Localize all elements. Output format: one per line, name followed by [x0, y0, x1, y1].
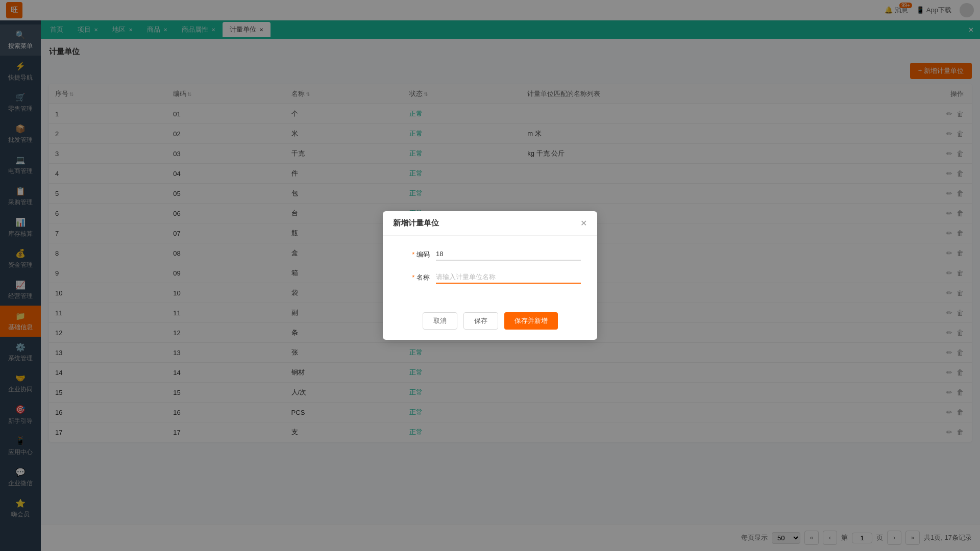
cancel-button[interactable]: 取消: [423, 312, 457, 330]
name-required-mark: *: [412, 273, 414, 281]
modal-body: * 编码 * 名称: [383, 236, 597, 306]
add-unit-modal: 新增计量单位 ✕ * 编码 * 名称 取消 保存 保存并新增: [383, 211, 597, 340]
modal-footer: 取消 保存 保存并新增: [383, 306, 597, 340]
save-and-new-button[interactable]: 保存并新增: [504, 312, 558, 330]
code-input[interactable]: [436, 248, 581, 261]
name-input[interactable]: [436, 271, 581, 284]
name-label: * 名称: [399, 273, 430, 282]
modal-title: 新增计量单位: [393, 218, 439, 228]
save-button[interactable]: 保存: [463, 312, 498, 330]
modal-header: 新增计量单位 ✕: [383, 211, 597, 236]
form-item-code: * 编码: [399, 248, 581, 261]
modal-overlay: 新增计量单位 ✕ * 编码 * 名称 取消 保存 保存并新增: [0, 0, 980, 551]
code-required-mark: *: [412, 251, 414, 258]
modal-close-button[interactable]: ✕: [580, 218, 587, 228]
form-item-name: * 名称: [399, 271, 581, 284]
code-label: * 编码: [399, 250, 430, 259]
